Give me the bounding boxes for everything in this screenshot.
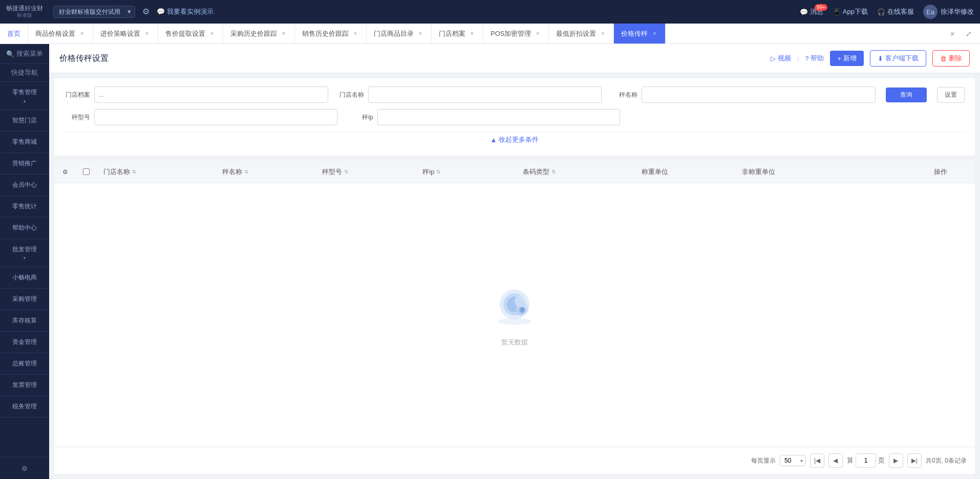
sidebar-item-wholesale[interactable]: 批发管理 (0, 239, 49, 267)
tab-price-scale[interactable]: 价格传秤 × (614, 24, 666, 44)
video-label: 视频 (778, 54, 791, 63)
tab-store-catalog[interactable]: 门店商品目录 × (367, 24, 432, 44)
filter-scale-ip: 秤ip (348, 109, 621, 125)
filter-store-archive-input-wrap[interactable] (94, 86, 328, 103)
user-area[interactable]: Ea 徐泽华修改 (923, 5, 974, 19)
sidebar-settings-button[interactable]: ⚙ (0, 457, 49, 479)
help-link[interactable]: ? 帮助 (805, 54, 824, 63)
filter-scale-model-input[interactable] (94, 109, 337, 125)
app-subtitle: 标准版 (17, 12, 32, 19)
th-store[interactable]: 门店名称 ⇅ (99, 167, 218, 177)
sidebar-item-marketing[interactable]: 营销推广 (0, 153, 49, 175)
sidebar-item-member[interactable]: 会员中心 (0, 175, 49, 196)
select-all-checkbox[interactable] (83, 168, 90, 175)
filter-scale-name: 秤名称 (612, 86, 876, 103)
tab-price-setting[interactable]: 商品价格设置 × (28, 24, 93, 44)
th-barcode[interactable]: 条码类型 ⇅ (519, 167, 637, 177)
tab-close-store-archive[interactable]: × (468, 30, 476, 37)
th-settings[interactable]: ⚙ (58, 168, 79, 176)
main-layout: 🔍 搜索菜单 快捷导航 零售管理 智慧门店 零售商城 营销推广 会员中心 零售统… (0, 44, 980, 479)
version-setting-button[interactable]: ⚙ (140, 5, 152, 18)
sidebar-item-help-label: 帮助中心 (12, 224, 37, 232)
tab-close-price-scale[interactable]: × (651, 30, 658, 37)
tab-min-discount[interactable]: 最低折扣设置 × (549, 24, 614, 44)
tab-sale-price[interactable]: 售价提取设置 × (158, 24, 223, 44)
add-icon: + (837, 55, 841, 62)
user-name: 徐泽华修改 (941, 7, 974, 16)
tab-close-sale-price[interactable]: × (208, 30, 216, 37)
tab-sale-history[interactable]: 销售历史价跟踪 × (295, 24, 367, 44)
tab-close-min-discount[interactable]: × (599, 30, 606, 37)
sidebar-item-help[interactable]: 帮助中心 (0, 217, 49, 239)
page-input[interactable] (856, 453, 876, 468)
sidebar-quick-nav[interactable]: 快捷导航 (0, 64, 49, 82)
prev-page-button[interactable]: ◀ (828, 453, 843, 468)
sidebar-item-retail-stats[interactable]: 零售统计 (0, 196, 49, 217)
tab-close-price-setting[interactable]: × (78, 30, 86, 37)
sort-scale-name-icon: ⇅ (244, 169, 248, 175)
settings-button[interactable]: 设置 (937, 87, 965, 103)
sidebar-search[interactable]: 🔍 搜索菜单 (0, 44, 49, 64)
tab-expand-button[interactable]: ⤢ (962, 27, 976, 41)
tab-pos-secret[interactable]: POS加密管理 × (483, 24, 549, 44)
sidebar-item-purchase[interactable]: 采购管理 (0, 289, 49, 310)
tab-close-purchase-strategy[interactable]: × (143, 30, 151, 37)
query-button[interactable]: 查询 (886, 88, 927, 102)
collapse-button[interactable]: ▲ 收起更多条件 (65, 132, 965, 147)
first-page-button[interactable]: |◀ (810, 453, 824, 468)
tab-close-all-button[interactable]: × (945, 27, 960, 41)
sidebar-item-retail-mall-label: 零售商城 (12, 138, 37, 146)
tab-close-store-catalog[interactable]: × (417, 30, 424, 37)
tab-close-pos-secret[interactable]: × (534, 30, 541, 37)
demo-link[interactable]: 💬 我要看实例演示 (157, 7, 214, 16)
version-select-wrap[interactable]: 好业财标准版交付试用 (53, 6, 135, 18)
message-icon: 💬 (800, 8, 808, 16)
delete-button[interactable]: 🗑 删除 (932, 50, 970, 67)
sidebar-item-accounting[interactable]: 总账管理 (0, 353, 49, 375)
tab-purchase-strategy[interactable]: 进价策略设置 × (93, 24, 158, 44)
sidebar-item-finance[interactable]: 资金管理 (0, 332, 49, 353)
th-scale-ip[interactable]: 秤ip ⇅ (418, 167, 519, 177)
filter-store-name-input[interactable] (368, 86, 602, 103)
sidebar-search-label: 搜索菜单 (16, 49, 43, 58)
tab-store-archive[interactable]: 门店档案 × (432, 24, 483, 44)
filter-store-archive-input[interactable] (99, 91, 324, 98)
delete-icon: 🗑 (940, 55, 947, 62)
sidebar-item-inventory[interactable]: 库存核算 (0, 310, 49, 332)
sidebar-item-marketing-label: 营销推广 (12, 159, 37, 168)
sidebar-item-invoice[interactable]: 发票管理 (0, 375, 49, 396)
sidebar-item-retail-stats-label: 零售统计 (12, 202, 37, 211)
sidebar-item-tax[interactable]: 税务管理 (0, 396, 49, 418)
tab-close-sale-history[interactable]: × (352, 30, 359, 37)
th-scale-model[interactable]: 秤型号 ⇅ (318, 167, 418, 177)
filter-scale-name-input[interactable] (642, 86, 876, 103)
version-select[interactable]: 好业财标准版交付试用 (53, 6, 135, 18)
page-size-select[interactable]: 50 10 20 100 (780, 455, 806, 466)
online-service-button[interactable]: 🎧 在线客服 (877, 7, 914, 16)
video-link[interactable]: ▷ 视频 (771, 54, 791, 63)
message-button[interactable]: 💬 消息 99+ (800, 7, 823, 16)
collapse-label: 收起更多条件 (499, 135, 539, 144)
th-scale-name[interactable]: 秤名称 ⇅ (218, 167, 318, 177)
filter-store-archive: 门店档案 (65, 86, 328, 103)
app-download-button[interactable]: 📱 App下载 (833, 7, 868, 16)
tab-home-label: 首页 (7, 29, 20, 38)
th-non-weight: 非称重单位 (738, 167, 930, 177)
filter-scale-ip-input[interactable] (377, 109, 621, 125)
add-button[interactable]: + 新增 (830, 51, 864, 66)
sort-scale-model-icon: ⇅ (344, 169, 348, 175)
last-page-button[interactable]: ▶| (907, 453, 922, 468)
sidebar-item-retail-mall[interactable]: 零售商城 (0, 132, 49, 153)
download-button[interactable]: ⬇ 客户端下载 (870, 50, 926, 67)
tab-home[interactable]: 首页 (0, 24, 28, 44)
th-checkbox[interactable] (79, 168, 99, 175)
sidebar-item-smart-store[interactable]: 智慧门店 (0, 110, 49, 132)
table-header: ⚙ 门店名称 ⇅ 秤名称 ⇅ 秤型号 ⇅ 秤ip ⇅ (54, 161, 975, 183)
next-page-button[interactable]: ▶ (889, 453, 903, 468)
tab-close-purchase-history[interactable]: × (280, 30, 287, 37)
tab-purchase-history[interactable]: 采购历史价跟踪 × (223, 24, 295, 44)
sidebar-item-retail[interactable]: 零售管理 (0, 82, 49, 110)
download-icon: 📱 (833, 8, 841, 16)
empty-text: 暂无数据 (501, 338, 528, 347)
sidebar-item-ecommerce[interactable]: 小畅电商 (0, 267, 49, 289)
